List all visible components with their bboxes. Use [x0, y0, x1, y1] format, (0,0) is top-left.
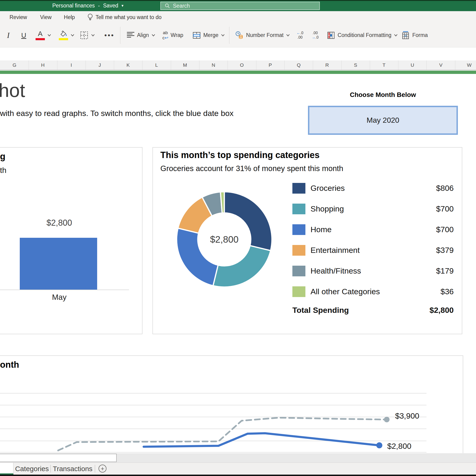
- legend-swatch-icon: [292, 204, 306, 214]
- column-header-M[interactable]: M: [171, 60, 199, 70]
- toolbar-underline-button[interactable]: U: [21, 31, 26, 39]
- ribbon-tab-bar: ReviewViewHelpTell me what you want to d…: [0, 11, 476, 23]
- italic-icon: I: [7, 31, 10, 40]
- column-header-N[interactable]: N: [199, 60, 228, 70]
- save-status-caret-icon[interactable]: ▾: [121, 3, 124, 8]
- legend-label: Home: [310, 225, 332, 234]
- toolbar-align-button[interactable]: Align: [126, 31, 155, 40]
- series-solid: [144, 433, 379, 447]
- sheet-header-band: [0, 71, 476, 74]
- legend-value: $700: [436, 225, 454, 234]
- save-status: Saved: [103, 2, 118, 9]
- toolbar-merge-cells-button[interactable]: Merge: [192, 31, 225, 40]
- toolbar-divider: [120, 27, 120, 44]
- column-header-J[interactable]: J: [85, 60, 114, 70]
- search-input[interactable]: Search: [160, 2, 320, 10]
- legend-label: Groceries: [310, 184, 345, 193]
- legend-row-health-fitness: Health/Fitness$179: [292, 266, 454, 276]
- sheet-title-fragment: hot: [0, 80, 25, 101]
- column-headers: GHIJKLMNOPQRSTUVW: [0, 60, 476, 70]
- title-separator: -: [98, 2, 100, 9]
- document-title-group[interactable]: Personal finances - Saved ▾: [52, 0, 123, 11]
- column-header-G[interactable]: G: [0, 60, 29, 70]
- legend-swatch-icon: [292, 245, 306, 256]
- tab-separator: [95, 465, 95, 473]
- sheet-tab-categories[interactable]: Categories: [14, 463, 50, 475]
- legend-label: Entertainment: [310, 246, 360, 255]
- donut-chart-title: This month’s top spending categories: [160, 150, 320, 160]
- legend-value: $806: [436, 184, 454, 193]
- toolbar-font-color-button[interactable]: A: [35, 30, 51, 40]
- lightbulb-icon: [87, 13, 93, 21]
- search-icon: [165, 3, 170, 9]
- bar-may: [20, 238, 97, 290]
- ribbon-tab-view[interactable]: View: [40, 14, 51, 20]
- chevron-down-icon: [70, 34, 75, 37]
- month-picker-box[interactable]: May 2020: [308, 106, 458, 135]
- choose-month-label: Choose Month Below: [308, 91, 458, 99]
- active-sheet-tab-stub[interactable]: [0, 463, 14, 475]
- toolbar-borders-button[interactable]: [80, 31, 95, 40]
- toolbar-wrap-text-button[interactable]: abc↩Wrap: [162, 30, 183, 40]
- toolbar-number-format-button[interactable]: Number Format: [235, 31, 290, 40]
- chevron-down-icon: [394, 34, 398, 37]
- toolbar-more-formatting-button[interactable]: •••: [104, 31, 115, 39]
- toolbar-conditional-formatting-button[interactable]: Conditional Formatting: [326, 31, 398, 40]
- horizontal-scrollbar-thumb[interactable]: [0, 454, 117, 462]
- title-bar: Personal finances - Saved ▾ Search: [0, 0, 476, 11]
- legend-row-entertainment: Entertainment$379: [292, 245, 454, 256]
- column-header-R[interactable]: R: [313, 60, 341, 70]
- tab-separator: [51, 465, 51, 473]
- sheet-subtitle-fragment: with easy to read graphs. To switch mont…: [0, 109, 234, 118]
- toolbar-fill-color-button[interactable]: [59, 30, 75, 40]
- toolbar-increase-decimal-button[interactable]: .00→.0: [312, 31, 318, 39]
- legend-row-groceries: Groceries$806: [292, 183, 454, 194]
- dashed-series-end-label: $3,900: [395, 411, 419, 421]
- bar-data-label: $2,800: [20, 218, 99, 228]
- tell-me-box[interactable]: Tell me what you want to do: [87, 13, 162, 21]
- toolbar-align-label: Align: [137, 32, 149, 38]
- borders-icon: [80, 31, 88, 40]
- toolbar-divider: [229, 27, 229, 44]
- legend-value: $36: [441, 287, 454, 296]
- column-header-O[interactable]: O: [228, 60, 256, 70]
- toolbar-italic-button[interactable]: I: [7, 31, 10, 40]
- toolbar-decrease-decimal-button[interactable]: ←.0.00: [297, 31, 303, 39]
- column-header-K[interactable]: K: [114, 60, 142, 70]
- column-header-P[interactable]: P: [256, 60, 285, 70]
- column-header-H[interactable]: H: [29, 60, 57, 70]
- merge-icon: [192, 31, 201, 40]
- column-header-V[interactable]: V: [427, 60, 455, 70]
- series-dashed-marker: [384, 417, 390, 422]
- month-value: May 2020: [367, 116, 399, 125]
- column-header-W[interactable]: W: [455, 60, 476, 70]
- legend-value: $179: [436, 266, 454, 275]
- column-header-I[interactable]: I: [57, 60, 86, 70]
- ribbon-tab-review[interactable]: Review: [10, 14, 27, 20]
- donut-center-label: $2,800: [196, 234, 252, 245]
- ribbon-toolbar: IUA•••Alignabc↩WrapMergeNumber Format←.0…: [0, 23, 476, 47]
- ellipsis-icon: •••: [104, 31, 115, 39]
- bar-chart-axis: [0, 289, 129, 290]
- column-header-U[interactable]: U: [398, 60, 427, 70]
- legend-row-home: Home$700: [292, 224, 454, 235]
- sheet-tab-transactions[interactable]: Transactions: [52, 463, 93, 475]
- column-header-S[interactable]: S: [341, 60, 370, 70]
- column-header-Q[interactable]: Q: [285, 60, 313, 70]
- bucket-icon: [59, 30, 68, 37]
- column-header-T[interactable]: T: [370, 60, 398, 70]
- toolbar-wrap-text-label: Wrap: [170, 32, 183, 38]
- legend-row-all-other-categories: All other Categories$36: [292, 286, 454, 297]
- toolbar-conditional-formatting-label: Conditional Formatting: [338, 32, 391, 38]
- legend-swatch-icon: [292, 266, 306, 276]
- toolbar-format-as-table-button[interactable]: Forma: [401, 31, 428, 40]
- legend-swatch-icon: [292, 224, 306, 235]
- wrap-text-icon: abc↩: [162, 30, 168, 40]
- window-bottom-edge: [0, 475, 476, 476]
- legend-value: $379: [436, 246, 454, 255]
- add-sheet-button[interactable]: +: [99, 465, 106, 473]
- font-color-icon: A: [35, 30, 45, 40]
- ribbon-tab-help[interactable]: Help: [64, 14, 75, 20]
- column-header-L[interactable]: L: [142, 60, 171, 70]
- bar-chart-title-fragment: g: [0, 152, 5, 162]
